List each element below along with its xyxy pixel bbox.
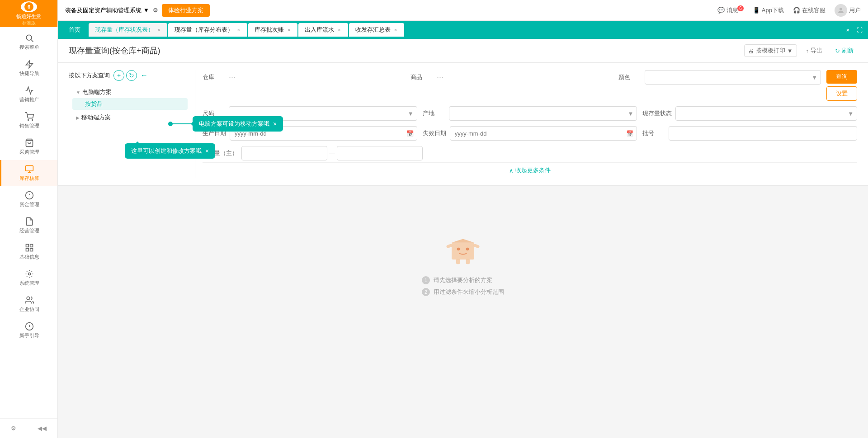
tab-in-out-flow-label: 出入库流水: [305, 26, 334, 34]
warehouse-dots[interactable]: ···: [229, 73, 236, 81]
sidebar-label-base: 基础信息: [19, 254, 39, 260]
expiry-date-input[interactable]: [450, 126, 637, 141]
sidebar-item-cooperation[interactable]: 企业协同: [0, 291, 57, 317]
tooltip-create-close[interactable]: ×: [205, 147, 209, 155]
sidebar-item-marketing[interactable]: 营销推广: [0, 81, 57, 108]
sidebar-footer: ⚙ ◀◀: [0, 418, 57, 438]
svg-rect-8: [26, 166, 33, 171]
notification-btn[interactable]: 💬 消息 6: [717, 6, 744, 14]
collapse-btn[interactable]: ∧ 收起更多条件: [203, 162, 857, 178]
tab-receive-send[interactable]: 收发存汇总表 ×: [349, 23, 404, 37]
scheme-tree: ▼ 电脑端方案 按货品 ▶ 移动端方案: [69, 86, 188, 123]
tab-home-label: 首页: [69, 26, 80, 33]
page-actions: 🖨 按模板打印 ▼ ↑ 导出 ↻ 刷新: [744, 44, 857, 57]
add-scheme-btn[interactable]: +: [113, 70, 124, 81]
sidebar-item-purchase[interactable]: 采购管理: [0, 134, 57, 160]
scheme-item-goods[interactable]: 按货品: [72, 98, 188, 110]
svg-point-21: [840, 8, 842, 10]
origin-select[interactable]: [449, 106, 637, 121]
export-icon: ↑: [806, 47, 809, 54]
refresh-btn[interactable]: ↻ 刷新: [831, 45, 857, 57]
sidebar-label-search: 搜索菜单: [19, 44, 39, 51]
tab-batch-ledger-close[interactable]: ×: [287, 27, 291, 33]
tooltip-scheme-close[interactable]: ×: [273, 120, 277, 127]
tip-num-1: 1: [422, 276, 430, 284]
goods-dots[interactable]: ···: [437, 73, 443, 81]
svg-point-23: [457, 248, 460, 251]
print-btn[interactable]: 🖨 按模板打印 ▼: [744, 44, 797, 57]
experience-btn[interactable]: 体验行业方案: [162, 4, 210, 17]
sidebar-item-base[interactable]: 基础信息: [0, 239, 57, 265]
field-stock-status: 现存量状态 ▼: [642, 106, 857, 121]
online-support-btn[interactable]: 🎧 在线客服: [793, 6, 826, 14]
export-btn[interactable]: ↑ 导出: [802, 45, 826, 57]
tab-inventory-dist-close[interactable]: ×: [236, 27, 241, 33]
tooltip-scheme: 电脑方案可设为移动方案哦 ×: [193, 116, 283, 132]
color-select[interactable]: [645, 70, 821, 85]
top-header: 装备及固定资产辅助管理系统 ▼ ⚙ 体验行业方案 💬 消息 6 📱 App下载 …: [58, 0, 868, 21]
color-label: 颜色: [618, 73, 641, 81]
sidebar-nav: 搜索菜单 快捷导航 营销推广 销售管理 采购管理 库存核算 资金管理 经营管理: [0, 27, 57, 418]
phone-icon: 📱: [753, 7, 760, 14]
stock-qty-range: —: [241, 146, 423, 160]
tip-text-1: 请先选择要分析的方案: [434, 276, 492, 284]
tab-fullscreen-btn[interactable]: ⛶: [855, 25, 864, 35]
tab-in-out-flow-close[interactable]: ×: [337, 27, 341, 33]
batch-input[interactable]: [669, 126, 857, 141]
header-settings-icon[interactable]: ⚙: [153, 7, 158, 14]
export-label: 导出: [811, 47, 822, 55]
svg-point-2: [26, 35, 32, 40]
origin-select-wrapper: ▼: [449, 106, 637, 121]
tab-home[interactable]: 首页: [61, 23, 88, 37]
sidebar-item-quicknav[interactable]: 快捷导航: [0, 55, 57, 81]
sidebar-item-search[interactable]: 搜索菜单: [0, 29, 57, 55]
app-download-btn[interactable]: 📱 App下载: [753, 6, 784, 14]
refresh-scheme-btn[interactable]: ↻: [126, 70, 137, 81]
sidebar-item-inventory[interactable]: 库存核算: [0, 160, 57, 186]
tab-batch-ledger-label: 库存批次账: [255, 26, 284, 34]
sidebar-label-finance: 资金管理: [19, 201, 39, 208]
svg-rect-25: [456, 259, 460, 264]
tab-batch-ledger[interactable]: 库存批次账 ×: [248, 23, 297, 37]
tab-receive-send-close[interactable]: ×: [393, 27, 398, 33]
query-btn[interactable]: 查询: [826, 70, 857, 84]
filter-label: 按以下方案查询: [69, 71, 110, 80]
sidebar-item-finance[interactable]: 资金管理: [0, 186, 57, 212]
expiry-date-wrapper: 📅: [450, 126, 637, 141]
tab-inventory-dist[interactable]: 现存量（库存分布表） ×: [168, 23, 247, 37]
field-color: 颜色 ▼: [618, 70, 821, 85]
sidebar-item-operations[interactable]: 经营管理: [0, 212, 57, 239]
app-logo: 6 畅通好生意 标准版: [0, 0, 57, 27]
tab-bar-actions: × ⛶: [844, 25, 864, 35]
tab-in-out-flow[interactable]: 出入库流水 ×: [298, 23, 348, 37]
scheme-item-goods-label: 按货品: [85, 100, 103, 107]
system-title-dropdown[interactable]: 装备及固定资产辅助管理系统 ▼: [65, 6, 149, 14]
prev-scheme-btn[interactable]: ←: [139, 70, 150, 81]
user-avatar[interactable]: 用户: [835, 4, 861, 17]
tip-text-2: 用过滤条件来缩小分析范围: [434, 288, 504, 296]
stock-qty-min-input[interactable]: [241, 146, 327, 160]
reset-btn[interactable]: 设置: [826, 86, 857, 101]
tab-close-all-btn[interactable]: ×: [844, 25, 851, 35]
stock-status-select[interactable]: [675, 106, 857, 121]
tab-inventory-status-close[interactable]: ×: [156, 27, 161, 33]
tab-inventory-status[interactable]: 现存量（库存状况表） ×: [89, 23, 167, 37]
filter-area: 电脑方案可设为移动方案哦 × 这里可以创建和修改方案哦 × 按以下方案查询 +: [58, 63, 868, 186]
tab-bar: 首页 现存量（库存状况表） × 现存量（库存分布表） × 库存批次账 × 出入库…: [58, 21, 868, 39]
notification-badge: 6: [737, 5, 744, 11]
sidebar-item-guide[interactable]: 新手引导: [0, 317, 57, 344]
filter-header: 按以下方案查询 + ↻ ←: [69, 70, 188, 81]
svg-rect-16: [30, 249, 33, 251]
sidebar-item-sales[interactable]: 销售管理: [0, 108, 57, 134]
origin-label: 产地: [423, 109, 445, 118]
collapse-sidebar-btn[interactable]: ◀◀: [36, 423, 48, 433]
sidebar-label-guide: 新手引导: [19, 332, 39, 339]
logo-icon: 6: [21, 1, 37, 12]
stock-qty-max-input[interactable]: [337, 146, 423, 160]
expiry-date-label: 失效日期: [423, 129, 446, 137]
settings-btn[interactable]: ⚙: [9, 423, 18, 433]
pc-scheme-header[interactable]: ▼ 电脑端方案: [72, 86, 188, 98]
sidebar-item-system[interactable]: 系统管理: [0, 265, 57, 291]
empty-tip-1: 1 请先选择要分析的方案: [422, 276, 504, 284]
svg-point-18: [28, 273, 31, 275]
